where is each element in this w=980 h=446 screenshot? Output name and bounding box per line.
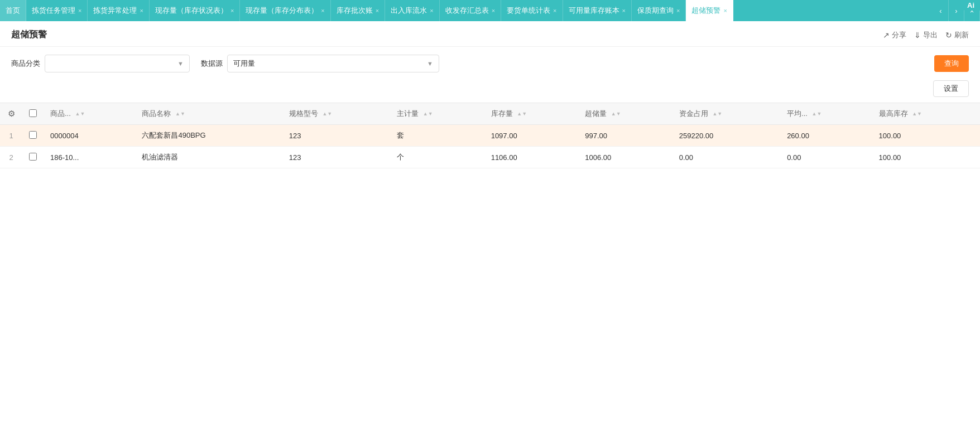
col-settings: ⚙	[0, 103, 22, 125]
datasource-label: 数据源	[201, 59, 223, 69]
datasource-filter: 数据源 可用量 ▼	[201, 55, 439, 72]
col-stock-sort-icon: ▲▼	[517, 112, 527, 117]
row-code-0: 0000004	[44, 125, 135, 147]
col-avg-sort-icon: ▲▼	[812, 112, 822, 117]
col-name-header[interactable]: 商品名称 ▲▼	[135, 103, 282, 125]
row-stock-1: 1106.00	[484, 147, 579, 168]
row-index-0: 1	[0, 125, 22, 147]
refresh-button[interactable]: ↻ 刷新	[945, 30, 969, 40]
column-settings-icon[interactable]: ⚙	[8, 109, 15, 118]
col-max-label: 最高库存	[879, 109, 908, 118]
col-avg-label: 平均...	[787, 109, 808, 118]
category-filter: 商品分类 ▼	[11, 55, 190, 72]
datasource-value: 可用量	[233, 59, 255, 69]
datasource-arrow-icon: ▼	[427, 60, 433, 67]
nav-close-quality[interactable]: ×	[676, 7, 680, 14]
nav-item-summary[interactable]: 收发存汇总表×	[440, 0, 501, 21]
row-max-0: 100.00	[872, 125, 980, 147]
ai-badge[interactable]: Ai	[962, 0, 980, 11]
nav-close-stock-dist[interactable]: ×	[321, 7, 324, 14]
export-label: 导出	[923, 30, 938, 40]
col-capital-label: 资金占用	[679, 109, 708, 118]
col-over-sort-icon: ▲▼	[611, 112, 621, 117]
filter-bar: 商品分类 ▼ 数据源 可用量 ▼ 查询	[0, 47, 980, 80]
nav-item-stock-dist[interactable]: 现存量（库存分布表）×	[240, 0, 330, 21]
select-all-checkbox[interactable]	[29, 109, 37, 117]
nav-item-orders[interactable]: 要货单统计表×	[501, 0, 563, 21]
row-checkbox-0[interactable]	[29, 131, 37, 139]
col-spec-sort-icon: ▲▼	[322, 112, 332, 117]
table-wrapper: ⚙ 商品... ▲▼ 商品名称 ▲▼ 规格型号 ▲▼	[0, 103, 980, 168]
col-spec-header[interactable]: 规格型号 ▲▼	[282, 103, 390, 125]
row-capital-0: 259220.00	[672, 125, 780, 147]
col-over-header[interactable]: 超储量 ▲▼	[578, 103, 672, 125]
row-spec-0: 123	[282, 125, 390, 147]
row-index-1: 2	[0, 147, 22, 168]
row-spec-1: 123	[282, 147, 390, 168]
setting-button[interactable]: 设置	[933, 80, 969, 97]
nav-item-task[interactable]: 拣货任务管理×	[26, 0, 88, 21]
nav-item-home[interactable]: 首页	[0, 0, 26, 21]
nav-item-stock-status[interactable]: 现存量（库存状况表）×	[150, 0, 240, 21]
nav-item-available[interactable]: 可用量库存账本×	[563, 0, 632, 21]
datasource-select[interactable]: 可用量 ▼	[227, 55, 439, 72]
row-over-1: 1006.00	[578, 147, 672, 168]
main-content: 超储预警 ↗ 分享 ⇓ 导出 ↻ 刷新 商品分类 ▼ 数据源	[0, 21, 980, 446]
col-unit-sort-icon: ▲▼	[423, 112, 433, 117]
nav-close-stock-status[interactable]: ×	[230, 7, 234, 14]
col-code-sort-icon: ▲▼	[75, 112, 85, 117]
col-checkbox-header	[22, 103, 44, 125]
nav-item-overstock[interactable]: 超储预警×	[686, 0, 733, 21]
nav-item-quality[interactable]: 保质期查询×	[632, 0, 686, 21]
col-capital-header[interactable]: 资金占用 ▲▼	[672, 103, 780, 125]
row-max-1: 100.00	[872, 147, 980, 168]
page-header: 超储预警 ↗ 分享 ⇓ 导出 ↻ 刷新	[0, 21, 980, 47]
col-capital-sort-icon: ▲▼	[712, 112, 722, 117]
setting-row: 设置	[0, 80, 980, 103]
nav-close-task[interactable]: ×	[78, 7, 81, 14]
col-stock-label: 库存量	[491, 109, 513, 118]
nav-item-batch[interactable]: 库存批次账×	[331, 0, 385, 21]
nav-close-orders[interactable]: ×	[553, 7, 556, 14]
nav-close-exception[interactable]: ×	[140, 7, 143, 14]
export-button[interactable]: ⇓ 导出	[914, 30, 938, 40]
row-name-0: 六配套新昌490BPG	[135, 125, 282, 147]
row-avg-0: 260.00	[780, 125, 872, 147]
col-max-header[interactable]: 最高库存 ▲▼	[872, 103, 980, 125]
nav-close-batch[interactable]: ×	[376, 7, 379, 14]
data-table: ⚙ 商品... ▲▼ 商品名称 ▲▼ 规格型号 ▲▼	[0, 103, 980, 168]
share-label: 分享	[892, 30, 906, 40]
nav-item-exception[interactable]: 拣货异常处理×	[88, 0, 149, 21]
category-select[interactable]: ▼	[45, 55, 190, 72]
header-actions: ↗ 分享 ⇓ 导出 ↻ 刷新	[883, 30, 969, 40]
col-name-label: 商品名称	[142, 109, 171, 118]
nav-bar: 首页拣货任务管理×拣货异常处理×现存量（库存状况表）×现存量（库存分布表）×库存…	[0, 0, 980, 21]
nav-close-overstock[interactable]: ×	[723, 7, 727, 14]
nav-close-available[interactable]: ×	[622, 7, 626, 14]
nav-close-inout[interactable]: ×	[430, 7, 433, 14]
page-title: 超储预警	[11, 29, 47, 41]
category-arrow-icon: ▼	[177, 60, 184, 67]
col-avg-header[interactable]: 平均... ▲▼	[780, 103, 872, 125]
col-unit-header[interactable]: 主计量 ▲▼	[390, 103, 484, 125]
nav-left-arrow[interactable]: ‹	[933, 0, 949, 21]
table-row: 2 186-10... 机油滤清器 123 个 1106.00 1006.00 …	[0, 147, 980, 168]
col-spec-label: 规格型号	[289, 109, 318, 118]
row-unit-1: 个	[390, 147, 484, 168]
query-button[interactable]: 查询	[934, 55, 969, 72]
nav-close-summary[interactable]: ×	[492, 7, 495, 14]
row-name-1: 机油滤清器	[135, 147, 282, 168]
col-over-label: 超储量	[585, 109, 607, 118]
col-name-sort-icon: ▲▼	[175, 112, 185, 117]
col-code-label: 商品...	[50, 109, 71, 118]
share-button[interactable]: ↗ 分享	[883, 30, 906, 40]
nav-item-inout[interactable]: 出入库流水×	[385, 0, 439, 21]
col-code-header[interactable]: 商品... ▲▼	[44, 103, 135, 125]
filter-actions: 查询	[934, 55, 969, 72]
col-stock-header[interactable]: 库存量 ▲▼	[484, 103, 579, 125]
row-code-1: 186-10...	[44, 147, 135, 168]
row-checkbox-1[interactable]	[29, 153, 37, 161]
refresh-label: 刷新	[954, 30, 969, 40]
col-max-sort-icon: ▲▼	[912, 112, 922, 117]
table-header-row: ⚙ 商品... ▲▼ 商品名称 ▲▼ 规格型号 ▲▼	[0, 103, 980, 125]
